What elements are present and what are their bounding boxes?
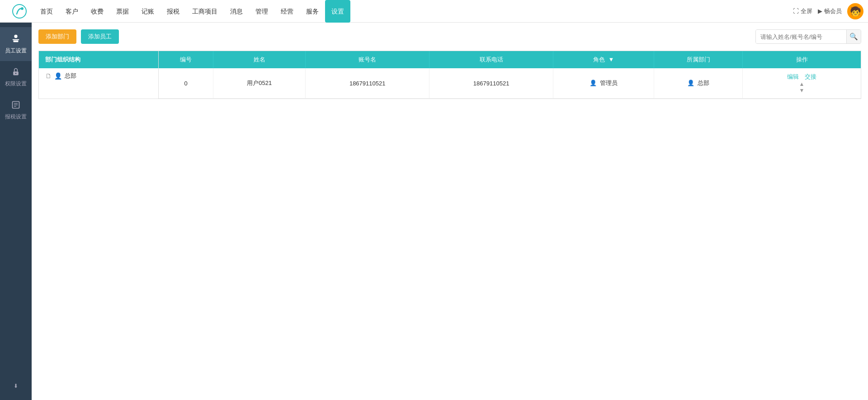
- search-bar: 🔍: [755, 29, 861, 44]
- down-arrow: ▼: [799, 87, 805, 94]
- add-employee-button[interactable]: 添加员工: [81, 29, 119, 44]
- nav-manage[interactable]: 管理: [249, 0, 274, 23]
- fullscreen-button[interactable]: ⛶ 全屏: [793, 7, 812, 15]
- logo: [5, 4, 34, 19]
- role-icon: 👤: [590, 80, 597, 86]
- member-label: 畅会员: [824, 7, 842, 15]
- employee-icon: [11, 33, 21, 45]
- cell-name: 用户0521: [213, 68, 306, 99]
- dept-tree: 部门组织结构 🗋 👤 总部: [39, 51, 159, 99]
- sidebar-item-tax[interactable]: 报税设置: [0, 94, 32, 127]
- dept-user-icon: 👤: [54, 72, 62, 80]
- up-arrow: ▲: [799, 81, 805, 87]
- svg-point-1: [21, 7, 24, 10]
- handover-link[interactable]: 交接: [805, 73, 816, 80]
- sidebar-download-button[interactable]: ⬇: [0, 376, 32, 395]
- search-icon: 🔍: [849, 33, 858, 41]
- col-id: 编号: [159, 51, 213, 68]
- edit-link[interactable]: 编辑: [787, 73, 799, 80]
- col-phone: 联系电话: [429, 51, 553, 68]
- col-account: 账号名: [306, 51, 429, 68]
- nav-business[interactable]: 工商项目: [186, 0, 224, 23]
- toolbar: 添加部门 添加员工 🔍: [38, 29, 861, 44]
- nav-account[interactable]: 记账: [135, 0, 160, 23]
- cell-id: 0: [159, 68, 213, 99]
- main-layout: 员工设置 权限设置 报税设置: [0, 23, 868, 400]
- download-icon: ⬇: [14, 383, 18, 389]
- fullscreen-label: 全屏: [801, 7, 812, 15]
- dept-name-root: 总部: [65, 72, 76, 80]
- fullscreen-icon: ⛶: [793, 8, 799, 14]
- emp-table: 编号 姓名 账号名 联系电话 角色 ▼ 所属部门 操作: [159, 51, 861, 99]
- dept-tree-item-root[interactable]: 🗋 👤 总部: [39, 68, 158, 84]
- svg-rect-4: [14, 41, 19, 42]
- sidebar-bottom: ⬇: [0, 376, 32, 400]
- sidebar-item-employee-label: 员工设置: [5, 47, 27, 55]
- tax-settings-icon: [11, 100, 20, 111]
- cell-dept: 👤 总部: [654, 68, 743, 99]
- member-icon: ▶: [818, 8, 822, 14]
- nav-tax[interactable]: 报税: [160, 0, 186, 23]
- nav-right: ⛶ 全屏 ▶ 畅会员 🧒: [793, 3, 863, 19]
- nav-ticket[interactable]: 票据: [110, 0, 135, 23]
- cell-account: 18679110521: [306, 68, 429, 99]
- dept-label: 总部: [698, 80, 709, 86]
- employee-area: 部门组织结构 🗋 👤 总部 编号 姓名 账号名 联系电话: [38, 51, 861, 99]
- svg-rect-3: [13, 39, 19, 40]
- cell-actions: 编辑 交接 ▲ ▼: [743, 68, 861, 99]
- nav-client[interactable]: 客户: [59, 0, 85, 23]
- svg-point-2: [14, 35, 17, 38]
- top-nav: 首页 客户 收费 票据 记账 报税 工商项目 消息 管理 经营 服务 设置 ⛶ …: [0, 0, 868, 23]
- nav-items: 首页 客户 收费 票据 记账 报税 工商项目 消息 管理 经营 服务 设置: [34, 0, 793, 23]
- search-input[interactable]: [756, 30, 846, 43]
- table-row: 0 用户0521 18679110521 18679110521 👤 管理员 👤…: [159, 68, 861, 99]
- avatar[interactable]: 🧒: [847, 3, 863, 19]
- svg-point-6: [15, 73, 17, 74]
- nav-operation[interactable]: 经营: [274, 0, 300, 23]
- add-dept-button[interactable]: 添加部门: [38, 29, 76, 44]
- nav-message[interactable]: 消息: [224, 0, 249, 23]
- nav-service[interactable]: 服务: [300, 0, 325, 23]
- filter-icon[interactable]: ▼: [609, 56, 614, 63]
- nav-settings[interactable]: 设置: [325, 0, 350, 23]
- col-dept: 所属部门: [654, 51, 743, 68]
- member-button[interactable]: ▶ 畅会员: [818, 7, 842, 15]
- col-name: 姓名: [213, 51, 306, 68]
- cell-role: 👤 管理员: [553, 68, 654, 99]
- scroll-arrows: ▲ ▼: [746, 81, 857, 94]
- nav-fee[interactable]: 收费: [85, 0, 110, 23]
- col-role: 角色 ▼: [553, 51, 654, 68]
- file-icon: 🗋: [45, 72, 52, 80]
- col-action: 操作: [743, 51, 861, 68]
- nav-home[interactable]: 首页: [34, 0, 59, 23]
- sidebar: 员工设置 权限设置 报税设置: [0, 23, 32, 400]
- sidebar-item-tax-label: 报税设置: [5, 113, 27, 121]
- svg-point-0: [13, 5, 26, 18]
- sidebar-item-employee[interactable]: 员工设置: [0, 27, 32, 61]
- sidebar-item-permission-label: 权限设置: [5, 80, 27, 88]
- sidebar-item-permission[interactable]: 权限设置: [0, 61, 32, 94]
- lock-icon: [11, 67, 20, 78]
- search-button[interactable]: 🔍: [846, 30, 861, 43]
- role-label: 管理员: [600, 80, 618, 86]
- cell-phone: 18679110521: [429, 68, 553, 99]
- dept-icon: 👤: [687, 80, 694, 86]
- dept-tree-header: 部门组织结构: [39, 51, 158, 68]
- content-area: 添加部门 添加员工 🔍 部门组织结构 🗋 👤 总部: [32, 23, 868, 400]
